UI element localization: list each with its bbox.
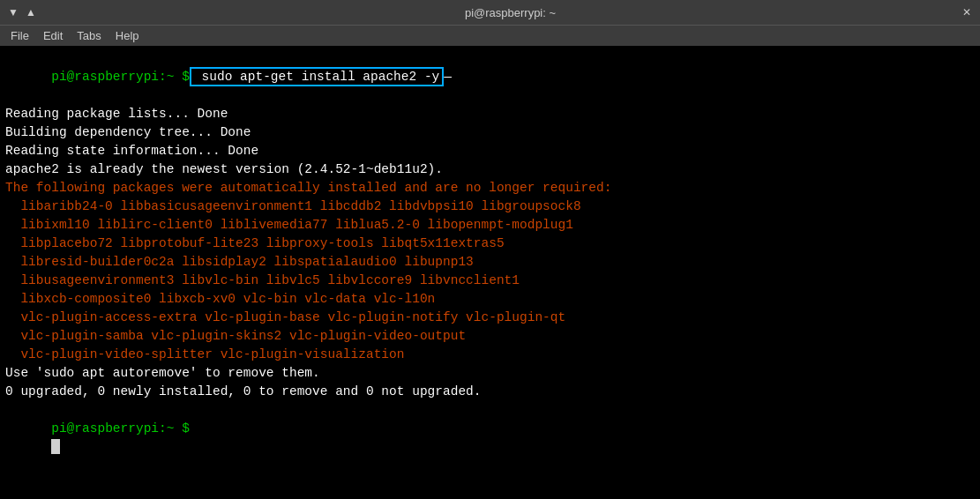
output-line-8: libplacebo72 libprotobuf-lite23 libproxy… xyxy=(5,235,975,253)
output-line-10: libusageenvironment3 libvlc-bin libvlc5 … xyxy=(5,272,975,290)
command-box: sudo apt-get install apache2 -y xyxy=(190,67,444,86)
menu-tabs[interactable]: Tabs xyxy=(70,26,108,46)
output-line-1: Reading package lists... Done xyxy=(5,105,975,123)
title-bar: ▼ ▲ pi@raspberrypi: ~ ✕ xyxy=(0,0,980,25)
menu-help[interactable]: Help xyxy=(108,26,146,46)
output-line-3: Reading state information... Done xyxy=(5,142,975,160)
output-line-15: Use 'sudo apt autoremove' to remove them… xyxy=(5,364,975,383)
menu-file[interactable]: File xyxy=(4,26,36,46)
output-line-12: vlc-plugin-access-extra vlc-plugin-base … xyxy=(5,309,975,327)
window-title: pi@raspberrypi: ~ xyxy=(60,6,961,19)
prompt-text: pi@raspberrypi:~ $ xyxy=(51,70,190,84)
final-prompt-text: pi@raspberrypi:~ $ xyxy=(51,421,190,436)
output-line-13: vlc-plugin-samba vlc-plugin-skins2 vlc-p… xyxy=(5,327,975,346)
output-line-2: Building dependency tree... Done xyxy=(5,123,975,142)
output-line-9: libresid-builder0c2a libsidplay2 libspat… xyxy=(5,253,975,272)
terminal-window: ▼ ▲ pi@raspberrypi: ~ ✕ File Edit Tabs H… xyxy=(0,0,980,499)
menu-edit[interactable]: Edit xyxy=(36,26,70,46)
output-line-16: 0 upgraded, 0 newly installed, 0 to remo… xyxy=(5,383,975,401)
menu-bar: File Edit Tabs Help xyxy=(0,25,980,46)
terminal-cursor xyxy=(51,439,60,454)
output-line-4: apache2 is already the newest version (2… xyxy=(5,160,975,179)
close-button[interactable]: ✕ xyxy=(961,6,973,19)
output-line-5: The following packages were automaticall… xyxy=(5,179,975,197)
output-line-7: libixml10 liblirc-client0 liblivemedia77… xyxy=(5,216,975,235)
cursor-after-command: ― xyxy=(444,70,452,84)
command-line: pi@raspberrypi:~ $ sudo apt-get install … xyxy=(5,49,975,105)
output-line-14: vlc-plugin-video-splitter vlc-plugin-vis… xyxy=(5,346,975,364)
minimize-button[interactable]: ▼ xyxy=(7,6,19,19)
terminal-body[interactable]: pi@raspberrypi:~ $ sudo apt-get install … xyxy=(0,46,980,499)
maximize-button[interactable]: ▲ xyxy=(25,6,37,19)
final-prompt-line: pi@raspberrypi:~ $ xyxy=(5,401,975,475)
output-line-11: libxcb-composite0 libxcb-xv0 vlc-bin vlc… xyxy=(5,290,975,309)
output-line-6: libaribb24-0 libbasicusageenvironment1 l… xyxy=(5,197,975,216)
window-controls: ✕ xyxy=(961,6,973,19)
